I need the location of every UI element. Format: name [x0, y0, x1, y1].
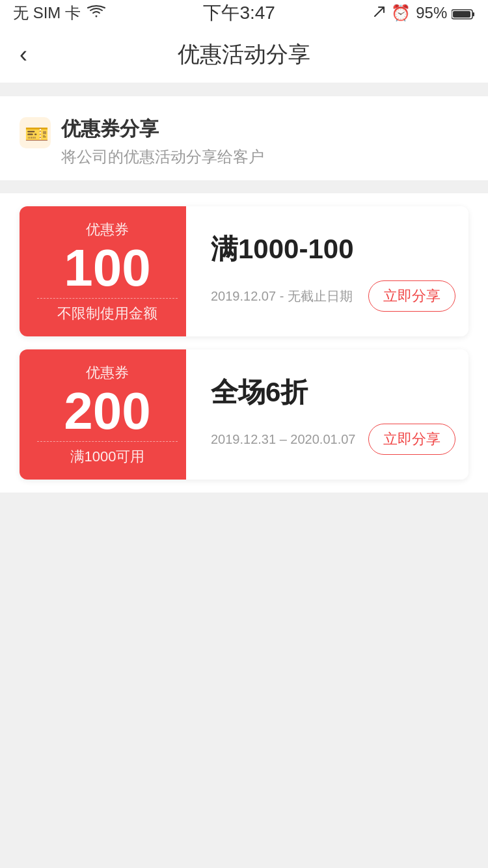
status-left: 无 SIM 卡 — [13, 3, 105, 23]
coupon-footer: 2019.12.31 – 2020.01.07 立即分享 — [211, 424, 455, 455]
section-text: 优惠券分享 将公司的优惠活动分享给客户 — [61, 116, 264, 167]
coupon-condition: 满1000可用 — [70, 447, 145, 467]
coupon-label: 优惠券 — [86, 363, 129, 383]
location-icon — [373, 4, 386, 22]
coupon-share-button[interactable]: 立即分享 — [368, 280, 455, 312]
section-subtitle: 将公司的优惠活动分享给客户 — [61, 146, 264, 167]
svg-text:🎫: 🎫 — [25, 122, 49, 146]
status-bar: 无 SIM 卡 下午3:47 ⏰ 95% — [0, 0, 488, 26]
back-button[interactable]: ‹ — [20, 41, 27, 68]
coupon-left: 优惠券 200 满1000可用 — [20, 349, 195, 480]
wifi-icon — [87, 4, 105, 22]
status-right: ⏰ 95% — [373, 4, 475, 22]
coupon-name: 满1000-100 — [211, 231, 455, 267]
coupon-amount: 100 — [64, 242, 150, 294]
coupon-footer: 2019.12.07 - 无截止日期 立即分享 — [211, 280, 455, 312]
nav-title: 优惠活动分享 — [178, 40, 310, 70]
battery-label: 95% — [416, 4, 475, 22]
svg-rect-2 — [453, 11, 470, 18]
coupon-card: 优惠券 200 满1000可用 全场6折 2019.12.31 – 2020.0… — [20, 349, 468, 480]
section-header: 🎫 优惠券分享 将公司的优惠活动分享给客户 — [0, 96, 488, 180]
coupon-right: 全场6折 2019.12.31 – 2020.01.07 立即分享 — [195, 349, 468, 480]
coupon-condition: 不限制使用金额 — [57, 304, 157, 323]
bottom-space — [0, 493, 488, 868]
coupon-label: 优惠券 — [86, 220, 129, 239]
coupon-name: 全场6折 — [211, 374, 455, 411]
coupon-amount: 200 — [64, 385, 150, 437]
section-title: 优惠券分享 — [61, 116, 264, 142]
coupon-left: 优惠券 100 不限制使用金额 — [20, 206, 195, 336]
coupon-date: 2019.12.07 - 无截止日期 — [211, 288, 353, 305]
alarm-icon: ⏰ — [391, 4, 411, 22]
section-icon: 🎫 — [20, 117, 51, 148]
coupon-date: 2019.12.31 – 2020.01.07 — [211, 432, 355, 447]
nav-bar: ‹ 优惠活动分享 — [0, 26, 488, 83]
svg-rect-1 — [472, 12, 474, 16]
coupon-list: 优惠券 100 不限制使用金额 满1000-100 2019.12.07 - 无… — [0, 193, 488, 493]
coupon-right: 满1000-100 2019.12.07 - 无截止日期 立即分享 — [195, 206, 468, 336]
status-time: 下午3:47 — [203, 1, 275, 25]
coupon-card: 优惠券 100 不限制使用金额 满1000-100 2019.12.07 - 无… — [20, 206, 468, 336]
network-label: 无 SIM 卡 — [13, 3, 81, 23]
coupon-share-button[interactable]: 立即分享 — [368, 424, 455, 455]
